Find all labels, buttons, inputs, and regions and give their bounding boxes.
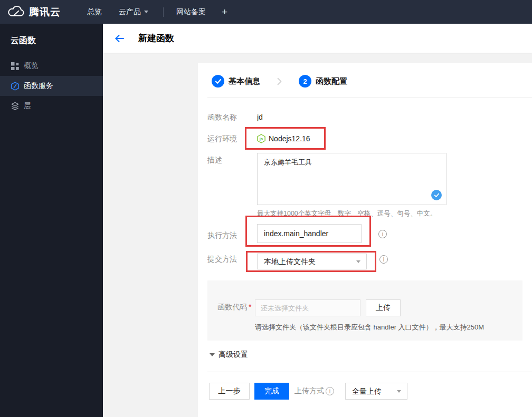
advanced-settings-label: 高级设置 [218,350,248,360]
description-field-wrap: 京东薅羊毛工具 [257,153,446,205]
upload-mode-select[interactable]: 全量上传 [345,383,407,400]
nav-item-beian[interactable]: 网站备案 [176,7,206,17]
description-textarea[interactable]: 京东薅羊毛工具 [258,153,446,205]
function-code-section: 函数代码* 上传 请选择文件夹（该文件夹根目录应包含 handler 入口文件）… [207,280,522,341]
sidebar-item-label: 层 [24,101,31,111]
page-header: 新建函数 [103,24,532,53]
function-service-icon [11,82,20,91]
function-name-value: jd [257,112,263,122]
sidebar-title: 云函数 [0,24,103,56]
sidebar-item-label: 概览 [24,61,39,71]
nav-divider [163,7,164,17]
step-number: 2 [299,75,311,88]
advanced-settings-toggle[interactable]: 高级设置 [210,350,248,360]
required-asterisk: * [249,303,251,311]
submit-method-value: 本地上传文件夹 [264,257,316,266]
annotation-box-runtime: js Nodejs12.16 [245,127,326,150]
submit-method-info-icon[interactable]: i [379,255,388,264]
nodejs-icon: js [257,134,265,143]
handler-input[interactable] [257,224,362,243]
upload-mode-group: 上传方式 i [294,386,334,396]
previous-step-button[interactable]: 上一步 [209,383,250,400]
step-check-icon [212,75,224,88]
svg-text:js: js [259,136,263,141]
step-basic-info: 基本信息 [212,75,260,88]
step-label: 函数配置 [316,76,347,86]
handler-info-icon[interactable]: i [378,230,387,238]
nav-item-overview[interactable]: 总览 [87,7,102,17]
add-tab-plus-icon[interactable]: + [222,6,227,18]
folder-path-input[interactable] [255,299,360,316]
function-code-helper-text: 请选择文件夹（该文件夹根目录应包含 handler 入口文件），最大支持250M [255,323,484,332]
collapse-triangle-icon [210,353,215,356]
step-function-config: 2 函数配置 [299,75,347,88]
back-arrow-icon[interactable] [113,33,125,44]
brand-name: 腾讯云 [29,5,61,19]
divider [207,372,532,372]
page-title: 新建函数 [138,32,174,44]
tencent-cloud-logo[interactable]: 腾讯云 [7,5,61,19]
annotation-box-handler [245,216,371,247]
content-area: 基本信息 2 函数配置 函数名称 jd 运行环境 js [103,53,532,417]
sidebar-item-label: 函数服务 [24,81,53,91]
upload-mode-label: 上传方式 [294,386,324,396]
finish-button[interactable]: 完成 [254,383,289,400]
nav-item-products[interactable]: 云产品 [119,7,148,17]
step-label: 基本信息 [229,76,260,86]
submit-method-select[interactable]: 本地上传文件夹 [257,254,367,269]
annotation-box-submit-method: 本地上传文件夹 [246,251,376,272]
function-name-label: 函数名称 [207,112,254,122]
overview-grid-icon [11,62,20,71]
steps-indicator: 基本信息 2 函数配置 [212,75,347,88]
divider [207,98,532,98]
layers-icon [11,102,20,111]
valid-check-icon [431,190,442,200]
sidebar-item-function-service[interactable]: 函数服务 [0,76,103,96]
upload-button[interactable]: 上传 [366,299,401,316]
step-chevron-right-icon [277,77,282,85]
upload-mode-info-icon[interactable]: i [326,387,334,395]
sidebar-item-overview[interactable]: 概览 [0,56,103,76]
upload-mode-value: 全量上传 [352,387,382,395]
dropdown-caret-icon [356,260,360,263]
function-code-label: 函数代码* [217,303,251,312]
cloud-logo-icon [7,6,24,18]
runtime-value: Nodejs12.16 [269,134,310,143]
chevron-down-icon [144,11,148,13]
form-panel: 基本信息 2 函数配置 函数名称 jd 运行环境 js [198,63,532,417]
description-label: 描述 [207,154,254,165]
sidebar-item-layers[interactable]: 层 [0,96,103,116]
footer-actions: 上一步 完成 上传方式 i 全量上传 [209,383,407,400]
dropdown-caret-icon [397,390,401,393]
top-navbar: 腾讯云 总览 云产品 网站备案 + [0,0,532,24]
sidebar: 云函数 概览 函数服务 层 [0,24,103,417]
